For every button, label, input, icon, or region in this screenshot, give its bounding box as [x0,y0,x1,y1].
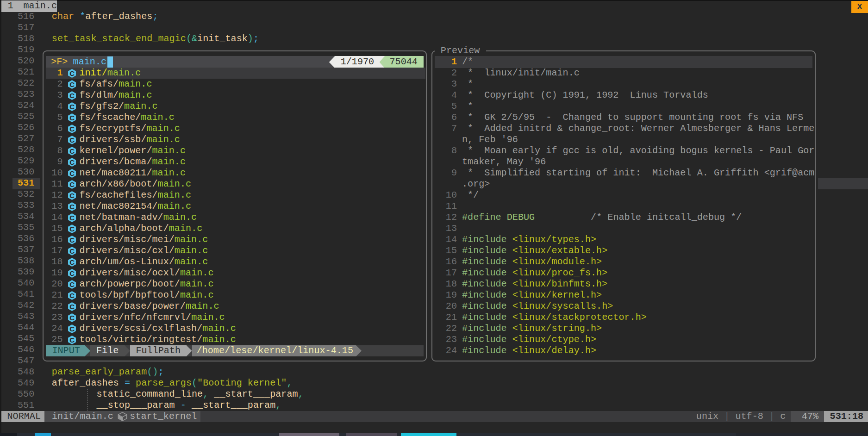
svg-text:C: C [69,225,75,233]
svg-text:C: C [69,169,75,177]
svg-text:C: C [69,192,75,199]
svg-text:C: C [69,280,75,288]
svg-text:C: C [69,336,75,344]
svg-text:C: C [69,114,75,122]
svg-text:C: C [69,92,75,100]
svg-text:C: C [69,203,75,211]
svg-text:C: C [69,325,75,333]
svg-text:C: C [69,247,75,255]
svg-text:C: C [69,269,75,277]
svg-text:C: C [69,181,75,188]
svg-text:C: C [69,147,75,155]
svg-text:C: C [69,125,75,133]
svg-text:C: C [69,236,75,244]
svg-text:C: C [69,292,75,299]
svg-text:C: C [69,158,75,166]
svg-text:C: C [69,303,75,311]
svg-text:C: C [69,214,75,222]
svg-text:C: C [69,103,75,111]
svg-text:C: C [69,314,75,322]
svg-text:C: C [69,81,75,88]
svg-text:C: C [69,69,75,77]
svg-text:C: C [69,258,75,266]
svg-text:C: C [69,136,75,144]
